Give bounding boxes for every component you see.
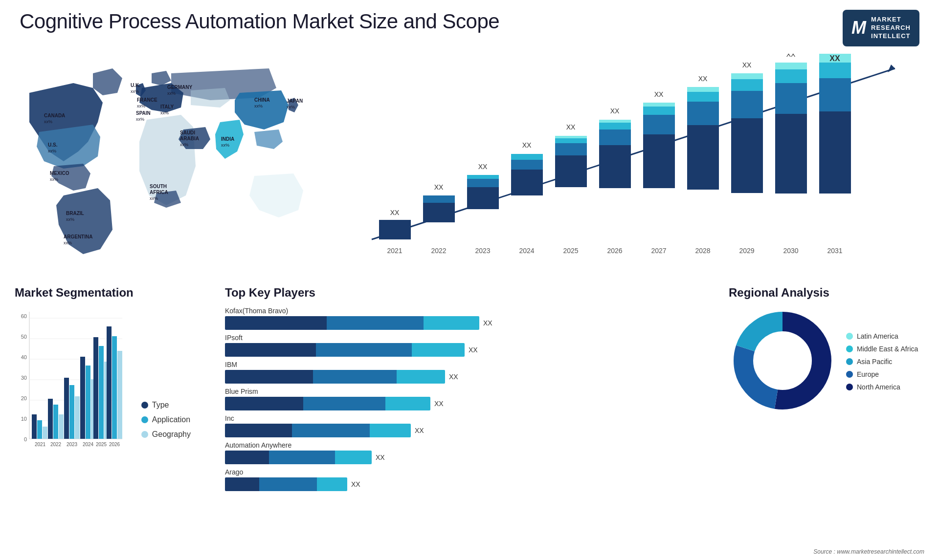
svg-text:2022: 2022: [50, 442, 62, 447]
svg-rect-72: [687, 87, 719, 92]
svg-text:2021: 2021: [35, 442, 46, 447]
legend-europe: Europe: [846, 370, 918, 378]
svg-text:50: 50: [21, 334, 27, 340]
player-bar-blueprism: [225, 397, 430, 410]
player-bar-arago: [225, 477, 347, 491]
svg-text:40: 40: [21, 354, 27, 360]
svg-text:2026: 2026: [607, 247, 622, 255]
svg-text:XX: XX: [610, 107, 620, 115]
svg-text:2021: 2021: [387, 247, 402, 255]
player-bar-automation: [225, 451, 372, 464]
svg-text:U.S.: U.S.: [48, 142, 58, 148]
player-automation-anywhere: Automation Anywhere XX: [225, 441, 694, 464]
legend-asia-pacific: Asia Pacific: [846, 358, 918, 366]
legend-north-america: North America: [846, 383, 918, 391]
seg-bar-chart: 0 10 20 30 40 50 60: [15, 307, 132, 453]
svg-text:xx%: xx%: [287, 105, 295, 109]
svg-text:2028: 2028: [695, 247, 710, 255]
player-bar-kofax: [225, 316, 479, 330]
svg-text:2024: 2024: [519, 247, 534, 255]
svg-text:2025: 2025: [96, 442, 107, 447]
svg-rect-130: [112, 336, 117, 439]
svg-rect-78: [731, 73, 763, 79]
svg-text:CANADA: CANADA: [44, 113, 65, 118]
player-xx-ibm: XX: [449, 373, 458, 381]
donut-container: Latin America Middle East & Africa Asia …: [729, 307, 924, 416]
svg-text:SAUDI: SAUDI: [180, 130, 195, 135]
player-bar-row-automation: XX: [225, 451, 694, 464]
svg-text:xx%: xx%: [180, 142, 188, 147]
svg-text:U.K.: U.K.: [131, 83, 140, 88]
player-arago: Arago XX: [225, 468, 694, 491]
regional-analysis-section: Regional Analysis Latin Ame: [714, 276, 939, 550]
legend-dot-geography: [141, 431, 148, 438]
svg-rect-114: [53, 405, 58, 439]
svg-rect-34: [379, 220, 411, 239]
key-players-section: Top Key Players Kofax(Thoma Bravo) XX IP…: [205, 276, 714, 550]
svg-text:xx%: xx%: [44, 119, 52, 124]
svg-rect-84: [775, 63, 807, 69]
svg-text:xx%: xx%: [254, 104, 263, 108]
svg-text:XX: XX: [390, 209, 400, 216]
svg-text:XX: XX: [654, 90, 664, 98]
svg-text:xx%: xx%: [136, 117, 144, 122]
svg-text:MEXICO: MEXICO: [50, 171, 69, 176]
svg-rect-38: [423, 195, 455, 203]
legend-dot-middle-east-africa: [846, 345, 853, 352]
player-name-blueprism: Blue Prism: [225, 388, 694, 395]
svg-text:SOUTH: SOUTH: [150, 184, 167, 189]
svg-rect-60: [599, 120, 631, 123]
bar-seg3-kofax: [424, 316, 479, 330]
player-name-inc: Inc: [225, 414, 694, 422]
svg-rect-131: [117, 351, 122, 439]
player-name-automation: Automation Anywhere: [225, 441, 694, 449]
donut-chart: [729, 307, 836, 416]
svg-text:20: 20: [21, 395, 27, 401]
svg-text:0: 0: [24, 436, 27, 442]
svg-text:10: 10: [21, 416, 27, 422]
legend-middle-east-africa: Middle East & Africa: [846, 345, 918, 353]
legend-type: Type: [141, 401, 191, 409]
bottom-section: Market Segmentation 0 10 20 30 40 50 60: [0, 276, 939, 550]
svg-text:60: 60: [21, 313, 27, 319]
player-bar-row-inc: XX: [225, 424, 694, 437]
growth-bar-chart: XX 2021 XX 2022 XX 2023 XX 2024 XX 2025 …: [333, 54, 924, 264]
svg-text:2030: 2030: [783, 247, 798, 255]
bar-seg1-kofax: [225, 316, 327, 330]
legend-label-type: Type: [152, 401, 169, 409]
bar-chart-section: XX 2021 XX 2022 XX 2023 XX 2024 XX 2025 …: [333, 54, 924, 264]
player-name-kofax: Kofax(Thoma Bravo): [225, 307, 694, 315]
svg-text:xx%: xx%: [150, 196, 158, 201]
legend-geography: Geography: [141, 430, 191, 439]
svg-text:2025: 2025: [563, 247, 578, 255]
svg-text:xx%: xx%: [221, 143, 229, 148]
svg-rect-126: [99, 346, 104, 439]
legend-dot-north-america: [846, 384, 853, 390]
svg-point-138: [756, 334, 809, 388]
player-kofax: Kofax(Thoma Bravo) XX: [225, 307, 694, 330]
legend-label-europe: Europe: [857, 370, 879, 378]
logo-text: MARKET RESEARCH INTELLECT: [871, 16, 911, 41]
svg-text:BRAZIL: BRAZIL: [66, 211, 84, 216]
svg-text:2031: 2031: [827, 247, 842, 255]
player-xx-ipsoft: XX: [469, 346, 478, 354]
seg-chart-area: 0 10 20 30 40 50 60: [15, 307, 191, 453]
svg-text:2029: 2029: [739, 247, 754, 255]
svg-text:ARABIA: ARABIA: [180, 136, 199, 141]
player-bar-inc: [225, 424, 411, 437]
svg-text:xx%: xx%: [137, 104, 145, 108]
player-xx-inc: XX: [415, 427, 424, 434]
regional-title: Regional Analysis: [729, 286, 924, 300]
player-blueprism: Blue Prism XX: [225, 388, 694, 410]
svg-rect-54: [555, 136, 587, 138]
legend-label-geography: Geography: [152, 430, 191, 439]
svg-text:xx%: xx%: [66, 217, 74, 222]
legend-dot-latin-america: [846, 333, 853, 340]
player-xx-automation: XX: [376, 453, 385, 461]
world-map-svg: CANADA xx% U.S. xx% MEXICO xx% BRAZIL xx…: [15, 54, 318, 264]
market-segmentation-section: Market Segmentation 0 10 20 30 40 50 60: [0, 276, 205, 550]
legend-label-north-america: North America: [857, 383, 900, 391]
svg-marker-33: [888, 65, 895, 72]
svg-text:XX: XX: [522, 141, 532, 149]
legend-dot-application: [141, 416, 148, 423]
